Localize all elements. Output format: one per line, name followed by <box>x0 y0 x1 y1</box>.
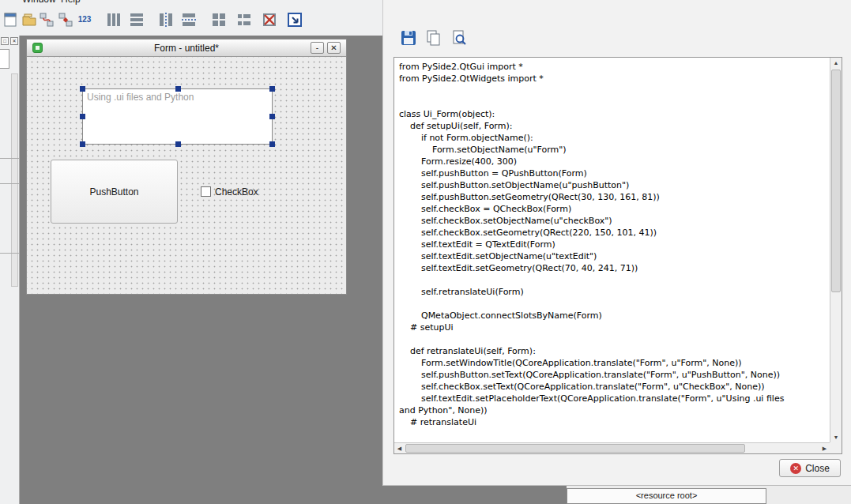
scroll-left-arrow[interactable]: ◀ <box>394 443 405 453</box>
checkbox-indicator[interactable] <box>201 186 211 197</box>
resource-root-item[interactable]: <resource root> <box>567 488 766 504</box>
open-form-icon[interactable] <box>21 11 38 28</box>
tab-order-icon[interactable]: 123 <box>76 11 93 28</box>
dock-divider <box>0 253 19 254</box>
close-button-label: Close <box>805 463 830 474</box>
new-form-icon[interactable] <box>2 11 19 28</box>
main-toolbar: 123 <box>0 7 382 36</box>
left-dock-panel: □ ✕ <box>0 36 20 504</box>
qt-designer-app: Window Help 123 <box>0 0 851 504</box>
checkbox-widget[interactable]: CheckBox <box>201 175 281 208</box>
selection-handle-e[interactable] <box>269 114 275 119</box>
form-canvas[interactable]: Using .ui files and Python PushButton Ch… <box>27 57 346 294</box>
find-icon[interactable] <box>450 29 468 47</box>
horizontal-scroll-thumb[interactable] <box>405 444 745 453</box>
scrollbar-corner <box>830 442 842 453</box>
code-text[interactable]: from PySide2.QtGui import * from PySide2… <box>394 58 830 442</box>
close-circle-icon: ✕ <box>790 463 801 474</box>
horizontal-scrollbar[interactable]: ◀ ▶ <box>394 442 830 453</box>
pushbutton-label: PushButton <box>89 186 138 197</box>
edit-buddies-icon[interactable] <box>57 11 74 28</box>
dock-divider <box>0 158 19 159</box>
dock-close-button[interactable]: ✕ <box>10 37 18 45</box>
textedit-widget[interactable]: Using .ui files and Python <box>82 88 273 145</box>
scroll-up-arrow[interactable]: ▲ <box>830 58 842 68</box>
selection-handle-sw[interactable] <box>80 141 85 147</box>
layout-vertical-icon[interactable] <box>128 11 145 28</box>
pushbutton-widget[interactable]: PushButton <box>51 160 178 224</box>
layout-grid-icon[interactable] <box>210 11 228 28</box>
selection-handle-ne[interactable] <box>269 86 275 92</box>
close-dialog-button[interactable]: ✕ Close <box>779 459 841 477</box>
layout-splitter-vertical-icon[interactable] <box>180 11 198 28</box>
menu-item-help[interactable]: Help <box>61 0 81 5</box>
selection-handle-s[interactable] <box>175 141 181 147</box>
copy-icon[interactable] <box>425 29 442 47</box>
selection-handle-w[interactable] <box>80 114 85 119</box>
code-preview-dialog: from PySide2.QtGui import * from PySide2… <box>382 0 851 486</box>
scroll-right-arrow[interactable]: ▶ <box>819 443 830 453</box>
vertical-scroll-thumb[interactable] <box>831 70 841 292</box>
textedit-placeholder: Using .ui files and Python <box>83 89 272 105</box>
selection-handle-se[interactable] <box>269 141 275 147</box>
dock-scrollbar[interactable] <box>11 73 18 287</box>
code-editor: from PySide2.QtGui import * from PySide2… <box>393 57 842 454</box>
layout-horizontal-icon[interactable] <box>105 11 122 28</box>
edit-signals-icon[interactable] <box>38 11 55 28</box>
vertical-scrollbar[interactable]: ▲ ▼ <box>830 58 842 442</box>
checkbox-label: CheckBox <box>215 186 258 197</box>
selection-handle-nw[interactable] <box>80 86 85 92</box>
adjust-size-icon[interactable] <box>286 11 303 28</box>
minimize-button[interactable]: - <box>311 42 324 54</box>
form-window-titlebar[interactable]: Form - untitled* - ✕ <box>27 39 346 57</box>
layout-form-icon[interactable] <box>235 11 253 28</box>
dock-float-button[interactable]: □ <box>1 37 9 45</box>
dock-divider <box>0 183 19 184</box>
tab-order-glyph: 123 <box>76 11 93 28</box>
scroll-down-arrow[interactable]: ▼ <box>830 432 842 442</box>
menu-item-window[interactable]: Window <box>22 0 56 5</box>
form-window-title: Form - untitled* <box>27 43 346 54</box>
close-window-button[interactable]: ✕ <box>327 42 341 54</box>
layout-splitter-horizontal-icon[interactable] <box>157 11 175 28</box>
form-window: Form - untitled* - ✕ Using .ui files and… <box>26 39 347 295</box>
break-layout-icon[interactable] <box>261 11 278 28</box>
dock-filter-input[interactable] <box>0 49 9 69</box>
save-icon[interactable] <box>400 29 417 47</box>
selection-handle-n[interactable] <box>175 86 181 92</box>
